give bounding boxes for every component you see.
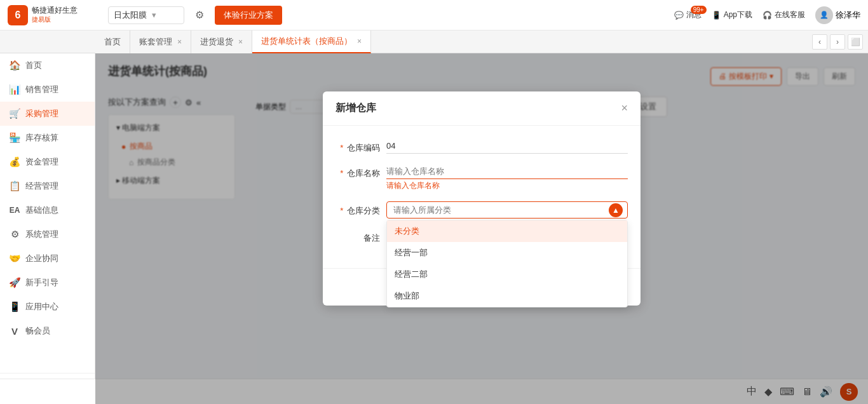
dropdown-item-uncategorized[interactable]: 未分类: [387, 220, 627, 242]
code-label: * 仓库编码: [336, 138, 386, 154]
settings-icon[interactable]: ⚙: [189, 5, 210, 25]
sidebar-label-inventory: 库存核算: [25, 132, 58, 144]
try-industry-button[interactable]: 体验行业方案: [215, 6, 282, 25]
purchase-icon: 🛒: [9, 108, 20, 119]
tab-purchase-return[interactable]: 进货退货 ×: [191, 30, 252, 53]
tab-expand-button[interactable]: ⬜: [848, 34, 863, 50]
sidebar-label-basic-info: 基础信息: [25, 205, 58, 216]
category-label: * 仓库分类: [336, 201, 386, 217]
tab-account-label: 账套管理: [139, 36, 172, 48]
sidebar-item-enterprise[interactable]: 🤝 企业协同: [0, 246, 95, 271]
category-arrow-icon[interactable]: ▲: [609, 203, 623, 217]
tab-prev-button[interactable]: ‹: [812, 34, 827, 50]
category-select-wrap: ▲ 未分类 经营一部 经营二部: [386, 201, 628, 219]
avatar: 👤: [815, 6, 833, 24]
app-download-item[interactable]: 📱 App下载: [712, 10, 752, 20]
sidebar-item-home[interactable]: 🏠 首页: [0, 53, 95, 77]
name-error-msg: 请输入仓库名称: [386, 180, 628, 191]
operations-icon: 📋: [9, 180, 20, 192]
online-service-label: 在线客服: [775, 10, 805, 20]
member-icon: V: [9, 326, 20, 337]
sidebar-item-operations[interactable]: 📋 经营管理: [0, 174, 95, 198]
logo-sub: 捷易版: [32, 15, 78, 24]
sidebar-item-system[interactable]: ⚙ 系统管理: [0, 222, 95, 246]
form-row-name: * 仓库名称 请输入仓库名称: [336, 164, 628, 191]
sidebar-label-enterprise: 企业协同: [25, 253, 58, 264]
sidebar-item-inventory[interactable]: 🏪 库存核算: [0, 126, 95, 150]
close-icon[interactable]: ×: [177, 37, 182, 46]
category-input[interactable]: [386, 201, 628, 219]
form-row-code: * 仓库编码: [336, 138, 628, 154]
chevron-down-icon: ▾: [152, 10, 156, 20]
store-name: 日太阳膜: [114, 10, 147, 21]
modal-overlay: 新增仓库 × * 仓库编码 *: [95, 53, 868, 404]
inventory-icon: 🏪: [9, 132, 20, 144]
logo-icon: 6: [8, 5, 28, 25]
guide-icon: 🚀: [9, 277, 20, 288]
sidebar-label-system: 系统管理: [25, 229, 58, 240]
app-download-label: App下载: [724, 10, 752, 20]
name-label: * 仓库名称: [336, 164, 386, 179]
sales-icon: 📊: [9, 84, 20, 95]
sidebar-item-apps[interactable]: 📱 应用中心: [0, 295, 95, 319]
message-badge: 99+: [691, 6, 707, 14]
modal-close-button[interactable]: ×: [621, 102, 628, 115]
sidebar-item-sales[interactable]: 📊 销售管理: [0, 77, 95, 102]
system-icon: ⚙: [9, 229, 20, 240]
dropdown-item-property[interactable]: 物业部: [387, 285, 627, 307]
user-area[interactable]: 👤 徐泽华: [815, 6, 860, 24]
message-icon-item[interactable]: 💬 消息 99+: [674, 10, 702, 20]
enterprise-icon: 🤝: [9, 253, 20, 264]
sidebar-label-finance: 资金管理: [25, 156, 58, 168]
close-icon[interactable]: ×: [357, 37, 362, 46]
modal-title: 新增仓库: [336, 102, 376, 115]
apps-icon: 📱: [9, 301, 20, 313]
main-layout: 🏠 首页 📊 销售管理 🛒 采购管理 🏪 库存核算 💰 资金管理 📋 经营管理 …: [0, 53, 868, 404]
tab-purchase-return-label: 进货退货: [200, 36, 233, 48]
add-warehouse-modal: 新增仓库 × * 仓库编码 *: [323, 91, 641, 306]
dropdown-item-ops2[interactable]: 经营二部: [387, 264, 627, 285]
tab-controls: ‹ › ⬜: [812, 34, 868, 50]
message-icon: 💬: [674, 11, 684, 20]
modal-body: * 仓库编码 * 仓库名称 请输入仓库名称: [323, 126, 641, 268]
dropdown-item-ops1[interactable]: 经营一部: [387, 242, 627, 264]
top-header: 6 畅捷通好生意 捷易版 日太阳膜 ▾ ⚙ 体验行业方案 💬 消息 99+ 📱 …: [0, 0, 868, 30]
sidebar-label-sales: 销售管理: [25, 84, 58, 95]
sidebar: 🏠 首页 📊 销售管理 🛒 采购管理 🏪 库存核算 💰 资金管理 📋 经营管理 …: [0, 53, 95, 404]
form-row-category: * 仓库分类 ▲ 未分类 经: [336, 201, 628, 219]
sidebar-label-purchase: 采购管理: [25, 108, 58, 119]
online-service-item[interactable]: 🎧 在线客服: [763, 10, 805, 20]
header-right: 💬 消息 99+ 📱 App下载 🎧 在线客服 👤 徐泽华: [674, 6, 860, 24]
tab-account[interactable]: 账套管理 ×: [130, 30, 191, 53]
sidebar-label-guide: 新手引导: [25, 277, 58, 288]
category-dropdown: 未分类 经营一部 经营二部 物业部: [386, 220, 628, 307]
tab-bar: 首页 账套管理 × 进货退货 × 进货单统计表（按商品） × ‹ › ⬜: [0, 30, 868, 53]
basic-info-icon: EA: [9, 206, 20, 215]
code-input[interactable]: [386, 138, 628, 154]
tab-next-button[interactable]: ›: [830, 34, 845, 50]
sidebar-label-operations: 经营管理: [25, 180, 58, 192]
sidebar-label-member: 畅会员: [25, 325, 50, 337]
app-icon: 📱: [712, 11, 721, 20]
close-icon[interactable]: ×: [238, 37, 243, 46]
remark-label: 备注: [336, 229, 386, 244]
sidebar-item-finance[interactable]: 💰 资金管理: [0, 150, 95, 174]
tab-home-label: 首页: [104, 36, 121, 48]
tab-home[interactable]: 首页: [95, 30, 130, 53]
sidebar-item-guide[interactable]: 🚀 新手引导: [0, 271, 95, 295]
headset-icon: 🎧: [763, 11, 772, 20]
logo-area: 6 畅捷通好生意 捷易版: [8, 5, 103, 25]
sidebar-item-basic-info[interactable]: EA 基础信息: [0, 198, 95, 222]
sidebar-label-apps: 应用中心: [25, 301, 58, 313]
name-input[interactable]: [386, 164, 628, 179]
modal-header: 新增仓库 ×: [323, 91, 641, 126]
store-selector[interactable]: 日太阳膜 ▾: [108, 6, 184, 24]
username: 徐泽华: [836, 10, 860, 21]
sidebar-item-member[interactable]: V 畅会员: [0, 319, 95, 343]
tab-purchase-stats[interactable]: 进货单统计表（按商品） ×: [252, 30, 371, 53]
home-icon: 🏠: [9, 60, 20, 71]
sidebar-label-home: 首页: [25, 60, 42, 71]
finance-icon: 💰: [9, 156, 20, 168]
sidebar-item-purchase[interactable]: 🛒 采购管理: [0, 102, 95, 126]
tab-purchase-stats-label: 进货单统计表（按商品）: [261, 36, 352, 47]
